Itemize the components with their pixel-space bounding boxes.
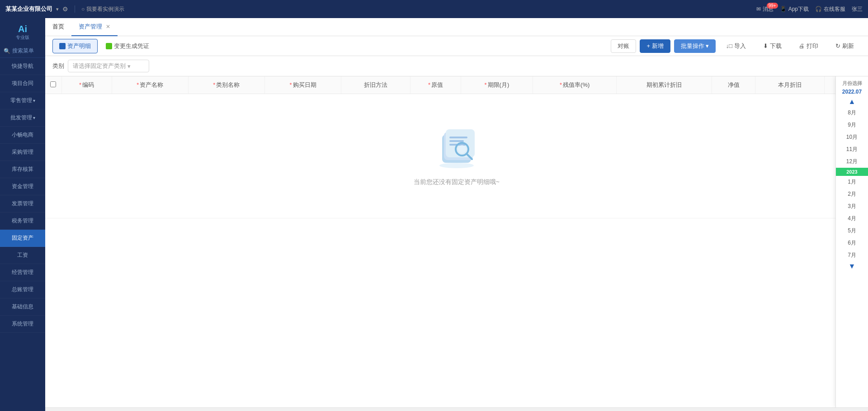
- content-area: 首页 资产管理 ✕ 资产明细 变更生成凭证 对账: [45, 18, 868, 411]
- month-7-current[interactable]: 7月: [836, 249, 868, 261]
- chevron-down-icon: ▾: [706, 43, 709, 49]
- th-residual-rate: *残值率(%): [533, 76, 617, 94]
- chevron-down-icon: ▾: [33, 115, 35, 120]
- sidebar-item-system[interactable]: 系统管理: [0, 316, 45, 333]
- print-button[interactable]: 🖨 打印: [792, 39, 825, 53]
- add-button[interactable]: + 新增: [640, 39, 670, 53]
- top-bar-right: ✉ 消息 99+ 📱 App下载 🎧 在线客服 张三: [756, 5, 863, 13]
- th-purchase-date: *购买日期: [264, 76, 341, 94]
- month-4[interactable]: 4月: [836, 213, 868, 225]
- subtab-voucher[interactable]: 变更生成凭证: [99, 39, 156, 53]
- th-checkbox: [45, 76, 61, 94]
- month-panel: 月份选择 2022.07 ▲ 8月 9月 10月 11月 12月 2023 1月…: [835, 76, 868, 407]
- reconcile-button[interactable]: 对账: [611, 39, 636, 53]
- import-icon: ↓□: [726, 43, 732, 49]
- company-dropdown-icon[interactable]: ▾: [56, 6, 59, 12]
- month-9[interactable]: 9月: [836, 119, 868, 131]
- category-label: 类别: [52, 62, 64, 70]
- th-monthly-dep: 本月折旧: [755, 76, 825, 94]
- sidebar-item-project[interactable]: 项目合同: [0, 75, 45, 92]
- sidebar-item-finance[interactable]: 资金管理: [0, 178, 45, 195]
- headset-icon: 🎧: [815, 6, 822, 12]
- search-icon: 🔍: [4, 48, 10, 54]
- empty-state: 当前您还没有固定资产明细哦~: [49, 99, 864, 213]
- phone-icon: 📱: [780, 6, 787, 12]
- tab-bar: 首页 资产管理 ✕: [45, 18, 868, 36]
- import-button[interactable]: ↓□ 导入: [719, 39, 753, 53]
- category-select[interactable]: 请选择固定资产类别 ▾: [68, 60, 149, 72]
- category-placeholder: 请选择固定资产类别: [73, 62, 126, 70]
- month-8[interactable]: 8月: [836, 107, 868, 119]
- sidebar-item-retail[interactable]: 零售管理 ▾: [0, 92, 45, 109]
- top-bar: 某某企业有限公司 ▾ ⚙ ○ 我要看实例演示 ✉ 消息 99+ 📱 App下载 …: [0, 0, 868, 18]
- user-name[interactable]: 张三: [852, 5, 863, 13]
- th-net-value: 净值: [712, 76, 755, 94]
- refresh-icon: ↻: [835, 43, 840, 49]
- sidebar-item-salary[interactable]: 工资: [0, 247, 45, 264]
- empty-text: 当前您还没有固定资产明细哦~: [414, 178, 500, 186]
- download-button[interactable]: ⬇ 下载: [756, 39, 788, 53]
- demo-link[interactable]: ○ 我要看实例演示: [81, 5, 124, 13]
- sidebar-item-operations[interactable]: 经营管理: [0, 264, 45, 281]
- filter-toolbar: 类别 请选择固定资产类别 ▾: [45, 56, 868, 76]
- logo-text: Ai: [4, 24, 42, 34]
- th-category: *类别名称: [188, 76, 264, 94]
- message-btn[interactable]: ✉ 消息 99+: [756, 5, 774, 13]
- tab-home[interactable]: 首页: [45, 18, 71, 36]
- sidebar: Ai 专业版 🔍 搜索菜单 快捷导航 项目合同 零售管理 ▾ 批发管理 ▾ 小畅…: [0, 18, 45, 411]
- sidebar-search[interactable]: 🔍 搜索菜单: [0, 44, 45, 58]
- month-3[interactable]: 3月: [836, 200, 868, 213]
- chevron-down-icon: ▾: [127, 63, 131, 70]
- main-layout: Ai 专业版 🔍 搜索菜单 快捷导航 项目合同 零售管理 ▾ 批发管理 ▾ 小畅…: [0, 18, 868, 411]
- th-period: *期限(月): [461, 76, 533, 94]
- sidebar-item-inventory[interactable]: 库存核算: [0, 161, 45, 178]
- sidebar-item-basic[interactable]: 基础信息: [0, 298, 45, 316]
- month-12[interactable]: 12月: [836, 156, 868, 168]
- tab-assets[interactable]: 资产管理 ✕: [71, 18, 118, 36]
- sidebar-item-assets[interactable]: 固定资产: [0, 230, 45, 247]
- month-6[interactable]: 6月: [836, 237, 868, 249]
- online-service-btn[interactable]: 🎧 在线客服: [815, 5, 845, 13]
- table-wrap: *编码 *资产名称 *类别名称 *购买日期 折旧方法 *原值 *期限(月) *残…: [45, 76, 868, 407]
- svg-point-0: [439, 163, 474, 168]
- scrollbar-indicator: [45, 407, 868, 411]
- company-name: 某某企业有限公司: [5, 5, 52, 13]
- subtab-detail[interactable]: 资产明细: [52, 39, 98, 53]
- svg-rect-5: [449, 140, 464, 142]
- month-11[interactable]: 11月: [836, 143, 868, 156]
- sidebar-logo: Ai 专业版: [0, 18, 45, 44]
- month-10[interactable]: 10月: [836, 131, 868, 143]
- sidebar-item-wholesale[interactable]: 批发管理 ▾: [0, 109, 45, 127]
- month-2[interactable]: 2月: [836, 188, 868, 200]
- assets-table: *编码 *资产名称 *类别名称 *购买日期 折旧方法 *原值 *期限(月) *残…: [45, 76, 868, 218]
- top-bar-left: 某某企业有限公司 ▾ ⚙ ○ 我要看实例演示: [5, 5, 752, 13]
- month-down-icon[interactable]: ▼: [845, 261, 859, 271]
- table-header: *编码 *资产名称 *类别名称 *购买日期 折旧方法 *原值 *期限(月) *残…: [45, 76, 868, 94]
- select-all-checkbox[interactable]: [50, 81, 56, 87]
- th-depreciation-method: 折旧方法: [341, 76, 410, 94]
- month-current-year[interactable]: 2022.07: [842, 88, 862, 97]
- settings-icon[interactable]: ⚙: [62, 5, 68, 13]
- sidebar-item-ledger[interactable]: 总账管理: [0, 281, 45, 298]
- divider: [75, 5, 75, 13]
- refresh-button[interactable]: ↻ 刷新: [829, 39, 861, 53]
- th-accumulated: 期初累计折旧: [617, 76, 712, 94]
- sidebar-item-purchase[interactable]: 采购管理: [0, 144, 45, 161]
- sidebar-item-invoice[interactable]: 发票管理: [0, 195, 45, 213]
- month-1[interactable]: 1月: [836, 176, 868, 188]
- sidebar-item-quick-nav[interactable]: 快捷导航: [0, 58, 45, 75]
- month-5[interactable]: 5月: [836, 225, 868, 237]
- sub-tabs: 资产明细 变更生成凭证 对账 + 新增 批量操作 ▾ ↓□ 导入: [45, 36, 868, 56]
- doc-icon: [106, 43, 112, 49]
- table-body: 当前您还没有固定资产明细哦~: [45, 94, 868, 218]
- sidebar-item-ecommerce[interactable]: 小畅电商: [0, 127, 45, 144]
- demo-icon: ○: [81, 6, 85, 12]
- th-name: *资产名称: [112, 76, 188, 94]
- batch-operation-button[interactable]: 批量操作 ▾: [674, 39, 716, 53]
- month-up-icon[interactable]: ▲: [845, 97, 859, 107]
- sidebar-item-tax[interactable]: 税务管理: [0, 213, 45, 230]
- app-download-btn[interactable]: 📱 App下载: [780, 5, 809, 13]
- toolbar-right: 对账 + 新增 批量操作 ▾ ↓□ 导入 ⬇ 下载 🖨: [611, 39, 861, 53]
- empty-state-cell: 当前您还没有固定资产明细哦~: [45, 94, 868, 218]
- tab-close-icon[interactable]: ✕: [106, 24, 110, 30]
